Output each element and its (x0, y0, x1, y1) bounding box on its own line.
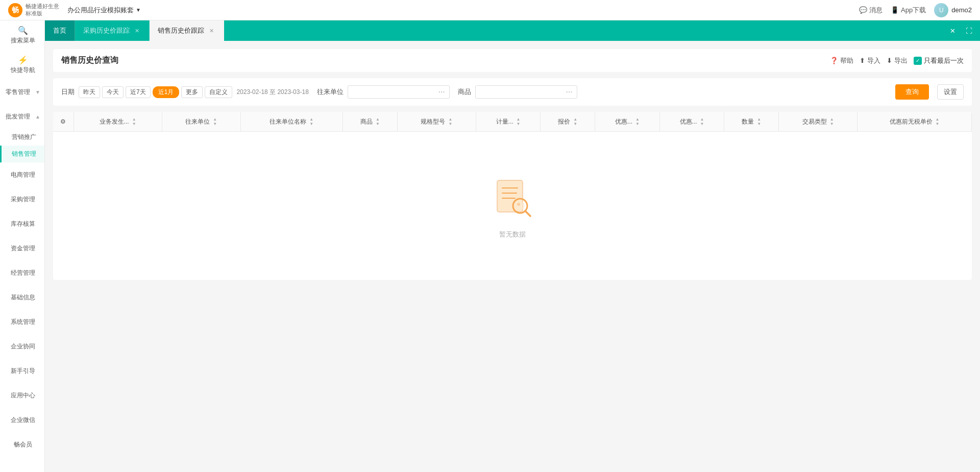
settings-button[interactable]: 设置 (937, 84, 964, 100)
product-input[interactable] (480, 88, 566, 96)
sort-icons-biz-date: ▲▼ (132, 117, 136, 126)
empty-icon (487, 173, 538, 224)
export-button[interactable]: ⬇ 导出 (887, 56, 908, 65)
tab-home[interactable]: 首页 (45, 20, 75, 41)
close-tab-button[interactable]: ✕ (945, 23, 960, 38)
sidebar-item-inventory-calc[interactable]: 库存核算 (0, 211, 44, 236)
sort-icons-trade-type: ▲▼ (830, 117, 834, 126)
date-btn-today[interactable]: 今天 (102, 86, 124, 98)
col-partner-name[interactable]: 往来单位名称 ▲▼ (240, 112, 343, 132)
sort-icons-discount1: ▲▼ (635, 117, 640, 126)
sidebar-item-search-menu[interactable]: 🔍 搜索菜单 (0, 20, 44, 50)
col-quantity[interactable]: 数量 ▲▼ (724, 112, 779, 132)
help-icon: ❓ (830, 57, 838, 64)
page-title: 销售历史价查询 (61, 55, 118, 66)
empty-state: 暂无数据 (53, 132, 972, 280)
date-filter-group: 日期 昨天 今天 近7天 近1月 更多 自定义 2023-02-18 至 202… (61, 86, 309, 98)
data-table: ⚙ 业务发生... ▲▼ 往来 (53, 112, 972, 132)
sort-icons-partner-code: ▲▼ (213, 117, 217, 126)
sidebar-item-sales-mgmt[interactable]: 销售管理 (0, 146, 44, 162)
sidebar-item-app-center[interactable]: 应用中心 (0, 383, 44, 408)
svg-point-7 (517, 203, 520, 206)
logo-icon: 畅 (8, 3, 22, 17)
sort-icons-pre-tax-price: ▲▼ (936, 117, 940, 126)
sidebar-item-enterprise-collab[interactable]: 企业协同 (0, 334, 44, 359)
sidebar-item-ecommerce-mgmt[interactable]: 电商管理 (0, 162, 44, 187)
sidebar-item-marketing[interactable]: 营销推广 (0, 129, 44, 146)
col-biz-date[interactable]: 业务发生... ▲▼ (74, 112, 162, 132)
tab-purchase-history[interactable]: 采购历史价跟踪 ✕ (75, 20, 150, 41)
date-buttons: 昨天 今天 近7天 近1月 更多 自定义 (79, 86, 232, 98)
product-label: 商品 (458, 87, 471, 97)
col-trade-type[interactable]: 交易类型 ▲▼ (779, 112, 857, 132)
sidebar-item-new-guide[interactable]: 新手引导 (0, 359, 44, 383)
svg-line-6 (525, 211, 530, 216)
logo-area: 畅 畅捷通好生意 标准版 (8, 3, 59, 17)
col-discount2[interactable]: 优惠... ▲▼ (659, 112, 724, 132)
tab-sales-history[interactable]: 销售历史价跟踪 ✕ (150, 20, 224, 41)
sidebar-item-system-mgmt[interactable]: 系统管理 (0, 310, 44, 334)
date-btn-more[interactable]: 更多 (181, 86, 203, 98)
tabs-bar: 首页 采购历史价跟踪 ✕ 销售历史价跟踪 ✕ ✕ ⛶ (45, 20, 980, 41)
partner-input[interactable] (352, 88, 438, 96)
maximize-button[interactable]: ⛶ (962, 23, 976, 38)
help-button[interactable]: ❓ 帮助 (830, 56, 853, 65)
sidebar-item-member-card[interactable]: 畅会员 (0, 432, 44, 457)
sidebar-item-basic-info[interactable]: 基础信息 (0, 285, 44, 310)
app-container: 畅 畅捷通好生意 标准版 办公用品行业模拟账套 ▼ 💬 消息 📱 App下载 (0, 0, 980, 472)
partner-filter-group: 往来单位 ··· (317, 85, 450, 99)
settings-col-icon[interactable]: ⚙ (60, 118, 66, 125)
date-btn-custom[interactable]: 自定义 (205, 86, 232, 98)
col-partner-code[interactable]: 往来单位 ▲▼ (162, 112, 240, 132)
date-btn-last7days[interactable]: 近7天 (126, 86, 151, 98)
col-settings: ⚙ (53, 112, 74, 132)
col-price[interactable]: 报价 ▲▼ (541, 112, 595, 132)
col-product[interactable]: 商品 ▲▼ (343, 112, 398, 132)
avatar: U (934, 3, 948, 17)
date-btn-last1month[interactable]: 近1月 (153, 86, 180, 98)
product-dots[interactable]: ··· (566, 87, 572, 97)
sidebar: 🔍 搜索菜单 ⚡ 快捷导航 零售管理 ▼ 批发管理 ▲ 营销推广 销售管理 (0, 20, 45, 472)
empty-text: 暂无数据 (499, 230, 526, 239)
chevron-down-icon: ▼ (136, 7, 141, 13)
app-download-button[interactable]: 📱 App下载 (891, 6, 926, 15)
phone-icon: 📱 (891, 6, 899, 14)
chevron-up-icon: ▲ (35, 114, 40, 120)
date-btn-yesterday[interactable]: 昨天 (79, 86, 100, 98)
sidebar-item-retail-mgmt[interactable]: 零售管理 ▼ (0, 80, 44, 104)
message-button[interactable]: 💬 消息 (859, 6, 883, 15)
import-icon: ⬆ (860, 57, 865, 64)
tab-sales-history-close[interactable]: ✕ (207, 27, 215, 35)
sidebar-item-enterprise-wechat[interactable]: 企业微信 (0, 408, 44, 432)
sidebar-item-operation-mgmt[interactable]: 经营管理 (0, 261, 44, 285)
page-content: 销售历史价查询 ❓ 帮助 ⬆ 导入 ⬇ 导出 (45, 41, 980, 472)
sidebar-item-quick-nav[interactable]: ⚡ 快捷导航 (0, 50, 44, 80)
sidebar-item-wholesale-mgmt[interactable]: 批发管理 ▲ (0, 104, 44, 129)
only-last-checkbox[interactable]: ✓ 只看最后一次 (914, 56, 964, 65)
import-button[interactable]: ⬆ 导入 (860, 56, 880, 65)
col-discount1[interactable]: 优惠... ▲▼ (595, 112, 660, 132)
message-icon: 💬 (859, 6, 867, 14)
sort-icons-spec: ▲▼ (448, 117, 452, 126)
company-selector[interactable]: 办公用品行业模拟账套 ▼ (63, 4, 145, 17)
col-spec[interactable]: 规格型号 ▲▼ (398, 112, 476, 132)
query-button[interactable]: 查询 (895, 84, 929, 100)
chevron-down-icon: ▼ (35, 89, 40, 95)
sort-icons-unit: ▲▼ (517, 117, 521, 126)
tab-purchase-history-close[interactable]: ✕ (133, 27, 141, 35)
svg-point-5 (516, 201, 525, 210)
sidebar-item-finance-mgmt[interactable]: 资金管理 (0, 236, 44, 261)
sidebar-item-purchase-mgmt[interactable]: 采购管理 (0, 187, 44, 211)
table-area: ⚙ 业务发生... ▲▼ 往来 (53, 112, 972, 280)
partner-input-wrap[interactable]: ··· (348, 85, 450, 99)
product-input-wrap[interactable]: ··· (475, 85, 577, 99)
col-unit[interactable]: 计量... ▲▼ (476, 112, 541, 132)
col-pre-tax-price[interactable]: 优惠前无税单价 ▲▼ (857, 112, 972, 132)
logo-text: 畅捷通好生意 标准版 (26, 3, 59, 16)
top-bar-right: 💬 消息 📱 App下载 U demo2 (859, 3, 972, 17)
partner-dots[interactable]: ··· (438, 87, 445, 97)
checkbox-icon: ✓ (914, 57, 922, 65)
user-avatar-area[interactable]: U demo2 (934, 3, 972, 17)
search-menu-icon: 🔍 (18, 26, 28, 35)
content-area: 首页 采购历史价跟踪 ✕ 销售历史价跟踪 ✕ ✕ ⛶ (45, 20, 980, 472)
